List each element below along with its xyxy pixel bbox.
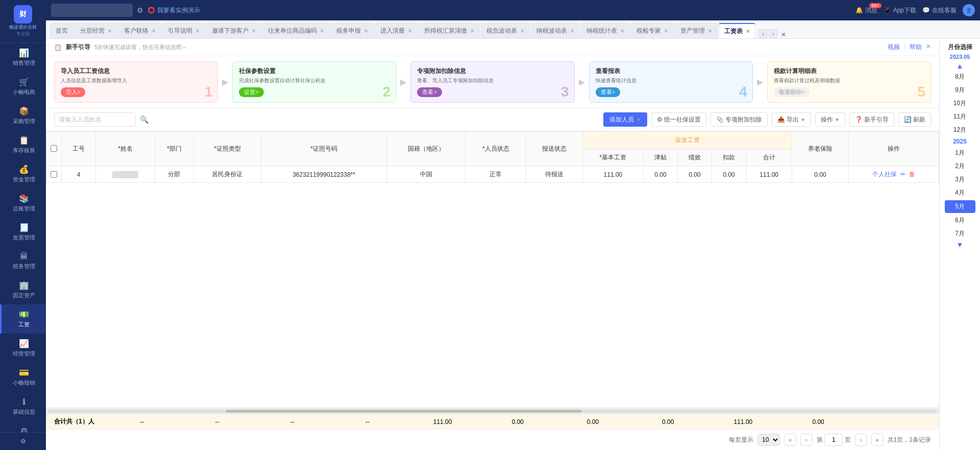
tab-0[interactable]: 首页 bbox=[50, 23, 74, 38]
first-page-button[interactable]: « bbox=[784, 434, 796, 446]
tab-close-10[interactable]: ✕ bbox=[570, 28, 574, 34]
sidebar-item-1[interactable]: 🛒小畅电商 bbox=[0, 72, 46, 101]
help-link[interactable]: 帮助 bbox=[910, 43, 922, 52]
tab-9[interactable]: 税负波动表✕ bbox=[481, 23, 530, 38]
tab-1[interactable]: 分层经营✕ bbox=[75, 23, 117, 38]
sidebar-item-9[interactable]: 💵工资 bbox=[0, 304, 46, 334]
topbar-search-input[interactable] bbox=[51, 4, 133, 17]
tab-close-8[interactable]: ✕ bbox=[470, 28, 474, 34]
sidebar-item-12[interactable]: ℹ基础信息 bbox=[0, 392, 46, 421]
social-insurance-button[interactable]: ⚙ 统一社保设置 bbox=[651, 112, 706, 127]
active-month[interactable]: 5月 bbox=[945, 200, 975, 213]
tab-prev-button[interactable]: ‹ bbox=[758, 29, 768, 38]
tab-close-2[interactable]: ✕ bbox=[152, 28, 156, 34]
month-2025-1[interactable]: 2月 bbox=[945, 160, 975, 173]
row-checkbox[interactable] bbox=[51, 171, 57, 178]
scroll-thumb[interactable] bbox=[226, 410, 581, 413]
message-button[interactable]: 🔔 消息 99+ bbox=[855, 6, 877, 15]
sidebar-item-13[interactable]: ⚙系统管理 bbox=[0, 421, 46, 432]
search-button[interactable]: 🔍 bbox=[140, 115, 149, 124]
tab-close-11[interactable]: ✕ bbox=[620, 28, 624, 34]
tab-close-6[interactable]: ✕ bbox=[364, 28, 368, 34]
sidebar-item-2[interactable]: 📦采购管理 bbox=[0, 101, 46, 130]
month-nav-down[interactable]: ▼ bbox=[957, 241, 964, 249]
step-card-3: 查看报表 快速查看统计信息 查看> 4 bbox=[589, 61, 753, 103]
sidebar-item-0[interactable]: 📊销售管理 bbox=[0, 43, 46, 72]
close-all-tabs-button[interactable]: ✕ bbox=[781, 31, 786, 38]
tab-8[interactable]: 所得税汇算清缴✕ bbox=[419, 23, 480, 38]
sidebar-item-11[interactable]: 💳小畅报销 bbox=[0, 363, 46, 392]
scroll-bar[interactable] bbox=[46, 408, 939, 414]
sidebar-item-4[interactable]: 💰资金管理 bbox=[0, 159, 46, 188]
tab-close-13[interactable]: ✕ bbox=[708, 28, 712, 34]
month-2025-3[interactable]: 4月 bbox=[945, 186, 975, 199]
tab-next-button[interactable]: › bbox=[769, 29, 778, 38]
tab-2[interactable]: 客户联络✕ bbox=[118, 23, 161, 38]
next-page-button[interactable]: › bbox=[855, 434, 867, 446]
sidebar-item-8[interactable]: 🏢固定资产 bbox=[0, 275, 46, 304]
tab-14[interactable]: 工资表✕ bbox=[719, 23, 755, 38]
delete-icon[interactable]: 🗑 bbox=[909, 171, 915, 178]
refresh-button[interactable]: 🔄 刷新 bbox=[898, 112, 931, 127]
settings-button[interactable]: ⚙ bbox=[0, 432, 46, 450]
month-above-3[interactable]: 11月 bbox=[945, 110, 975, 123]
step-btn-4[interactable]: 敬请期待> bbox=[774, 87, 810, 97]
tab-close-1[interactable]: ✕ bbox=[108, 28, 112, 34]
month-nav-up[interactable]: ▲ bbox=[957, 62, 964, 70]
sidebar-item-7[interactable]: 🏛税务管理 bbox=[0, 247, 46, 275]
month-above-4[interactable]: 12月 bbox=[945, 124, 975, 136]
step-btn-2[interactable]: 查看> bbox=[417, 87, 442, 97]
tab-12[interactable]: 税检专家✕ bbox=[631, 23, 674, 38]
step-btn-1[interactable]: 设置> bbox=[239, 87, 263, 97]
employee-search-input[interactable] bbox=[54, 112, 136, 127]
export-button[interactable]: 📤 导出 ▼ bbox=[772, 112, 811, 127]
page-number-input[interactable] bbox=[824, 434, 843, 446]
last-page-button[interactable]: » bbox=[871, 434, 884, 446]
tab-close-7[interactable]: ✕ bbox=[408, 28, 412, 34]
tab-close-9[interactable]: ✕ bbox=[520, 28, 524, 34]
month-2025-0[interactable]: 1月 bbox=[945, 147, 975, 159]
guide-button[interactable]: ❓ 新手引导 bbox=[849, 112, 894, 127]
tab-3[interactable]: 引导说明✕ bbox=[162, 23, 205, 38]
operations-button[interactable]: 操作 ▼ bbox=[815, 112, 845, 127]
month-below-1[interactable]: 7月 bbox=[945, 227, 975, 240]
month-above-1[interactable]: 9月 bbox=[945, 84, 975, 97]
month-above-0[interactable]: 8月 bbox=[945, 70, 975, 83]
personal-insurance-link[interactable]: 个人社保 bbox=[872, 171, 897, 178]
special-deduction-button[interactable]: 📎 专项附加扣除 bbox=[710, 112, 768, 127]
month-above-2[interactable]: 10月 bbox=[945, 97, 975, 110]
prev-page-button[interactable]: ‹ bbox=[800, 434, 813, 446]
tab-6[interactable]: 税务申报✕ bbox=[331, 23, 374, 38]
tab-close-5[interactable]: ✕ bbox=[320, 28, 324, 34]
tab-close-12[interactable]: ✕ bbox=[664, 28, 668, 34]
tab-close-14[interactable]: ✕ bbox=[746, 29, 750, 34]
sidebar-item-3[interactable]: 📋库存核算 bbox=[0, 130, 46, 159]
demo-link[interactable]: ⭕ 我要看实例演示 bbox=[148, 6, 200, 15]
online-service-button[interactable]: 💬 在线客服 bbox=[922, 6, 957, 15]
tab-7[interactable]: 进入清册✕ bbox=[375, 23, 418, 38]
tab-11[interactable]: 纳税统计表✕ bbox=[581, 23, 630, 38]
user-avatar[interactable]: 👤 bbox=[963, 4, 975, 16]
tab-5[interactable]: 往来单位商品编码✕ bbox=[262, 23, 330, 38]
tab-4[interactable]: 邀请下游客户✕ bbox=[206, 23, 261, 38]
guide-close-button[interactable]: ✕ bbox=[926, 43, 931, 52]
select-all-checkbox[interactable] bbox=[51, 145, 57, 152]
tab-10[interactable]: 纳税波动表✕ bbox=[531, 23, 580, 38]
video-link[interactable]: 视频 bbox=[888, 43, 900, 52]
sidebar-item-5[interactable]: 📚总账管理 bbox=[0, 188, 46, 218]
tab-close-3[interactable]: ✕ bbox=[195, 28, 200, 34]
step-btn-0[interactable]: 导入> bbox=[61, 87, 85, 97]
per-page-select[interactable]: 10 20 50 bbox=[757, 434, 780, 446]
step-btn-3[interactable]: 查看> bbox=[596, 87, 620, 97]
add-employee-button[interactable]: 添加人员 ▼ bbox=[603, 112, 647, 127]
sidebar-item-10[interactable]: 📈经营管理 bbox=[0, 334, 46, 363]
month-2025-2[interactable]: 3月 bbox=[945, 173, 975, 186]
sidebar-item-6[interactable]: 🧾发票管理 bbox=[0, 218, 46, 247]
tab-13[interactable]: 资产管理✕ bbox=[675, 23, 718, 38]
step-arrow-1: ▶ bbox=[222, 77, 228, 87]
tab-close-4[interactable]: ✕ bbox=[252, 28, 256, 34]
month-below-0[interactable]: 6月 bbox=[945, 214, 975, 227]
edit-icon[interactable]: ✏ bbox=[900, 171, 905, 178]
settings-icon[interactable]: ⚙ bbox=[137, 6, 143, 14]
app-download-button[interactable]: 📱 App下载 bbox=[884, 6, 916, 15]
